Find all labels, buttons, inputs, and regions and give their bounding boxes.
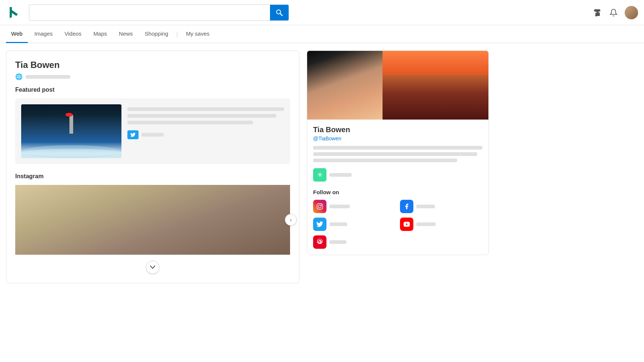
- instagram-section: Instagram: [15, 173, 290, 255]
- twitter-text: [142, 133, 164, 137]
- twitter-icon: [127, 130, 139, 139]
- right-person-name: Tia Bowen: [313, 125, 482, 134]
- linktree-text: [329, 173, 352, 177]
- profile-card: Tia Bowen 🌐 Featured post: [6, 50, 299, 283]
- instagram-next-button[interactable]: ›: [285, 214, 297, 226]
- search-input[interactable]: [29, 5, 270, 20]
- linktree-badge: ✳: [313, 168, 482, 182]
- right-image-woman: [307, 51, 383, 120]
- facebook-icon: [400, 200, 413, 213]
- svg-line-1: [280, 13, 283, 16]
- text-line-3: [127, 121, 253, 124]
- desc-line-3: [313, 159, 457, 162]
- nav-item-web[interactable]: Web: [6, 26, 28, 43]
- ph4: [416, 222, 436, 226]
- search-button[interactable]: [270, 5, 289, 20]
- ph5: [329, 240, 347, 244]
- right-panel: Tia Bowen @TiaBowen ✳ Follow on: [307, 50, 489, 283]
- fb-follow-text: [416, 205, 435, 208]
- header-right: [592, 6, 638, 19]
- follow-on-label: Follow on: [313, 189, 482, 195]
- instagram-item-4[interactable]: [225, 185, 290, 255]
- featured-post-image: [21, 104, 121, 158]
- svg-rect-2: [596, 9, 598, 11]
- pin-follow-text: [329, 240, 347, 244]
- header: [0, 0, 644, 25]
- ph1: [329, 205, 350, 208]
- svg-point-4: [318, 205, 321, 208]
- nav-item-shopping[interactable]: Shopping: [140, 26, 173, 43]
- featured-post-content: [127, 104, 284, 158]
- globe-icon: 🌐: [15, 73, 23, 81]
- nav-item-images[interactable]: Images: [29, 26, 58, 43]
- left-panel: Tia Bowen 🌐 Featured post: [6, 50, 299, 283]
- desc-line-1: [313, 146, 482, 150]
- nav-item-news[interactable]: News: [114, 26, 138, 43]
- person-name: Tia Bowen: [15, 60, 290, 70]
- nav: Web Images Videos Maps News Shopping | M…: [0, 25, 644, 43]
- bing-logo: [6, 5, 22, 20]
- follow-section: Follow on: [313, 189, 482, 249]
- nav-item-videos[interactable]: Videos: [59, 26, 87, 43]
- featured-post: [15, 98, 290, 164]
- search-bar: [29, 4, 289, 21]
- main-content: Tia Bowen 🌐 Featured post: [0, 43, 644, 291]
- svg-rect-3: [317, 204, 323, 209]
- right-card: Tia Bowen @TiaBowen ✳ Follow on: [307, 50, 489, 255]
- website-placeholder: [26, 75, 70, 79]
- avatar[interactable]: [625, 6, 638, 19]
- right-description: [313, 146, 482, 162]
- pinterest-icon: [313, 235, 326, 249]
- instagram-title: Instagram: [15, 173, 290, 180]
- yt-follow-text: [416, 222, 436, 226]
- insta-follow-text: [329, 205, 350, 208]
- text-line-2: [127, 114, 276, 118]
- instagram-icon: [313, 200, 326, 213]
- right-images: [307, 51, 488, 120]
- follow-twitter[interactable]: [313, 218, 396, 231]
- right-card-body: Tia Bowen @TiaBowen ✳ Follow on: [307, 120, 488, 255]
- person-website: 🌐: [15, 73, 290, 81]
- follow-pinterest[interactable]: [313, 235, 396, 249]
- tw-follow-text: [329, 222, 347, 226]
- ph3: [329, 222, 347, 226]
- notifications-icon[interactable]: [608, 7, 619, 18]
- follow-youtube[interactable]: [400, 218, 482, 231]
- follow-instagram[interactable]: [313, 200, 396, 213]
- text-line-1: [127, 107, 284, 111]
- nav-separator: |: [175, 31, 179, 37]
- right-twitter-handle[interactable]: @TiaBowen: [313, 136, 482, 141]
- ph2: [416, 205, 435, 208]
- svg-point-5: [321, 205, 322, 205]
- featured-text-lines: [127, 107, 284, 124]
- follow-facebook[interactable]: [400, 200, 482, 213]
- expand-button[interactable]: [146, 261, 159, 274]
- instagram-grid-wrapper: ›: [15, 185, 290, 255]
- twitter-follow-icon: [313, 218, 326, 231]
- youtube-icon: [400, 218, 413, 231]
- rewards-icon[interactable]: [592, 7, 602, 18]
- desc-line-2: [313, 152, 477, 156]
- twitter-handle: [127, 130, 284, 139]
- insta-image-4: [225, 185, 290, 255]
- linktree-icon: ✳: [313, 168, 326, 182]
- follow-grid: [313, 200, 482, 249]
- featured-post-title: Featured post: [15, 87, 290, 93]
- instagram-grid: [15, 185, 290, 255]
- right-image-landscape: [383, 51, 488, 120]
- chevron-down-container: [15, 261, 290, 274]
- nav-item-maps[interactable]: Maps: [88, 26, 112, 43]
- nav-item-my-saves[interactable]: My saves: [181, 26, 215, 43]
